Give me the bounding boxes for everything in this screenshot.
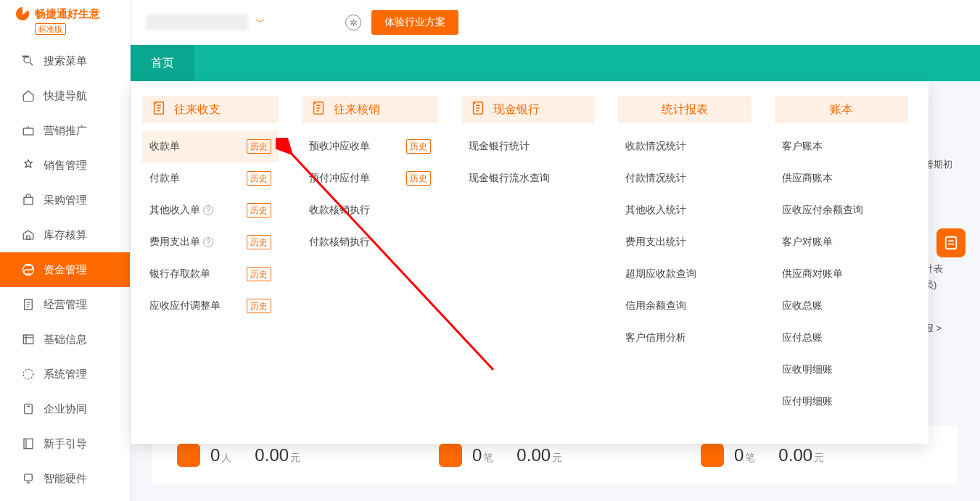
mega-menu-item[interactable]: 超期应收款查询	[618, 258, 752, 290]
sidebar-item-collab[interactable]: 企业协同	[0, 392, 130, 426]
history-tag[interactable]: 历史	[247, 203, 271, 218]
stat-amount: 0.00元	[255, 445, 300, 465]
mega-menu-item[interactable]: 收款单历史	[142, 131, 279, 162]
mega-menu-item[interactable]: 银行存取款单历史	[142, 258, 279, 290]
mega-menu-item[interactable]: 客户对账单	[775, 226, 908, 258]
stat-icon	[439, 444, 462, 467]
mega-column-title: 往来核销	[334, 102, 429, 117]
app-logo-icon	[15, 6, 30, 22]
history-tag[interactable]: 历史	[406, 171, 431, 186]
mega-menu-item[interactable]: 预收冲应收单历史	[302, 131, 438, 162]
history-tag[interactable]: 历史	[247, 235, 271, 249]
mega-menu-item[interactable]: 现金银行流水查询	[461, 162, 595, 194]
mega-column-header: 往来收支	[142, 96, 279, 123]
tab-home[interactable]: 首页	[131, 45, 194, 81]
history-tag[interactable]: 历史	[247, 139, 271, 154]
mega-menu-item[interactable]: 客户账本	[775, 131, 908, 162]
mega-item-label: 应付明细账	[782, 395, 833, 408]
sidebar-item-label: 新手引导	[44, 437, 87, 451]
mega-menu-item[interactable]: 应付总账	[775, 322, 908, 354]
mega-menu-item[interactable]: 费用支出单?历史	[142, 226, 279, 258]
mega-item-label: 客户账本	[782, 140, 823, 153]
sidebar-item-funds[interactable]: 资金管理	[0, 252, 130, 287]
svg-rect-13	[948, 240, 953, 241]
history-tag[interactable]: 历史	[406, 139, 431, 154]
mega-menu-item[interactable]: 其他收入统计	[618, 194, 752, 226]
help-icon[interactable]: ?	[203, 205, 213, 215]
mega-column-header: 往来核销	[302, 96, 438, 123]
mega-menu-item[interactable]: 付款情况统计	[618, 162, 752, 194]
mega-menu-item[interactable]: 收款核销执行	[302, 194, 438, 226]
sidebar-item-system[interactable]: 系统管理	[0, 357, 130, 392]
gear-icon[interactable]: ✲	[345, 15, 361, 30]
funds-mega-menu: 往来收支收款单历史付款单历史其他收入单?历史费用支出单?历史银行存取款单历史应收…	[131, 81, 928, 444]
chevron-down-icon: ﹀	[255, 16, 265, 29]
mega-item-label: 应收总账	[782, 299, 823, 312]
guide-icon	[22, 437, 35, 450]
mega-menu-item[interactable]: 预付冲应付单历史	[302, 162, 438, 194]
mega-column-header: 现金银行	[461, 96, 595, 123]
sidebar-item-sales[interactable]: 销售管理	[0, 148, 130, 183]
mega-menu-item[interactable]: 付款核销执行	[302, 226, 438, 258]
sidebar-item-label: 营销推广	[44, 124, 87, 138]
mega-menu-item[interactable]: 费用支出统计	[618, 226, 752, 258]
sidebar-item-label: 智能硬件	[44, 472, 87, 486]
sidebar-item-label: 库存核算	[44, 228, 87, 242]
sidebar-item-base[interactable]: 基础信息	[0, 322, 130, 357]
mega-column-title: 现金银行	[493, 102, 586, 117]
app-name: 畅捷通好生意	[35, 7, 100, 21]
mega-item-label: 应付总账	[782, 331, 823, 344]
sidebar-item-label: 经营管理	[44, 298, 87, 312]
mega-menu-item[interactable]: 应收应付调整单历史	[142, 290, 279, 322]
mega-item-label: 信用余额查询	[625, 299, 686, 312]
svg-rect-11	[25, 474, 33, 481]
mega-item-label: 付款核销执行	[309, 236, 370, 249]
mega-menu-item[interactable]: 客户信用分析	[618, 322, 752, 354]
svg-point-8	[23, 369, 33, 379]
ops-icon	[22, 298, 35, 311]
sidebar-item-label: 销售管理	[44, 159, 87, 173]
mega-item-label: 预付冲应付单	[309, 172, 370, 185]
mega-menu-item[interactable]: 现金银行统计	[461, 131, 595, 162]
mega-menu-item[interactable]: 应收明细账	[775, 354, 908, 386]
stat-count: 0人	[210, 445, 231, 465]
mega-menu-item[interactable]: 付款单历史	[142, 162, 279, 194]
sidebar-item-quicknav[interactable]: 快捷导航	[0, 78, 130, 113]
search-icon	[22, 54, 35, 67]
mega-column: 现金银行现金银行统计现金银行流水查询	[450, 96, 606, 418]
mega-item-label: 付款情况统计	[625, 172, 686, 185]
mega-menu-item[interactable]: 应付明细账	[775, 386, 908, 418]
sidebar-item-hardware[interactable]: 智能硬件	[0, 461, 130, 496]
org-selector[interactable]: ﹀	[147, 15, 335, 30]
sidebar-item-label: 系统管理	[44, 368, 87, 381]
floating-action-icon[interactable]	[936, 228, 965, 257]
sidebar-item-purchase[interactable]: 采购管理	[0, 183, 130, 218]
mega-item-label: 供应商账本	[782, 172, 833, 185]
history-tag[interactable]: 历史	[247, 171, 271, 186]
mega-menu-item[interactable]: 收款情况统计	[618, 131, 752, 162]
mega-menu-item[interactable]: 供应商账本	[775, 162, 908, 194]
purchase-icon	[22, 194, 35, 207]
industry-plan-button[interactable]: 体验行业方案	[371, 10, 458, 35]
sidebar-item-label: 基础信息	[44, 333, 87, 347]
collab-icon	[22, 402, 35, 415]
svg-rect-14	[948, 244, 953, 245]
history-tag[interactable]: 历史	[247, 267, 271, 281]
sidebar-item-search[interactable]: 搜索菜单	[0, 44, 130, 78]
sidebar-item-inventory[interactable]: 库存核算	[0, 218, 130, 252]
sidebar-item-promo[interactable]: 营销推广	[0, 113, 130, 148]
sidebar-item-guide[interactable]: 新手引导	[0, 426, 130, 461]
mega-menu-item[interactable]: 供应商对账单	[775, 258, 908, 290]
svg-rect-9	[25, 404, 33, 414]
history-tag[interactable]: 历史	[247, 299, 271, 313]
mega-menu-item[interactable]: 应收总账	[775, 290, 908, 322]
svg-rect-10	[24, 439, 33, 449]
mega-menu-item[interactable]: 应收应付余额查询	[775, 194, 908, 226]
mega-menu-item[interactable]: 其他收入单?历史	[142, 194, 279, 226]
mega-column: 往来核销预收冲应收单历史预付冲应付单历史收款核销执行付款核销执行	[290, 96, 450, 418]
help-icon[interactable]: ?	[203, 237, 213, 247]
sidebar-item-ops[interactable]: 经营管理	[0, 287, 130, 322]
svg-rect-2	[23, 128, 33, 135]
mega-menu-item[interactable]: 信用余额查询	[618, 290, 752, 322]
sidebar-item-label: 资金管理	[44, 263, 87, 277]
